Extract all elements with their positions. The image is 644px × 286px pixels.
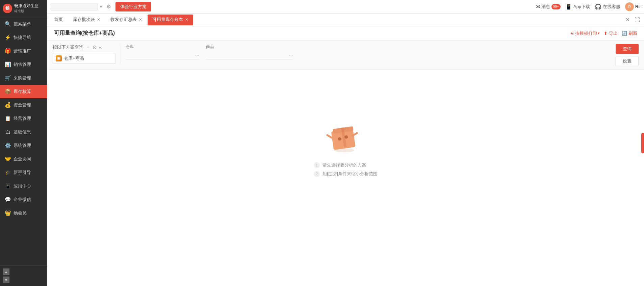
hint-num-1: 1 — [314, 162, 320, 168]
topbar-search-box[interactable] — [51, 3, 98, 10]
tabbar-close-icon[interactable]: ✕ — [623, 15, 632, 24]
sidebar-item-inventory[interactable]: 📦 库存核算 — [0, 85, 47, 98]
filter-area: 按以下方案查询 ＋ ⊙ « 仓库+商品 仓库 ··· — [47, 41, 644, 70]
refresh-label: 刷新 — [628, 30, 637, 36]
warehouse-input[interactable] — [126, 53, 193, 58]
goods-label: 商品 — [206, 44, 293, 50]
tab-batch-close[interactable]: ✕ — [97, 17, 100, 22]
sidebar-item-marketing[interactable]: 🎁 营销推广 — [0, 44, 47, 58]
gear-icon[interactable]: ⚙ — [104, 2, 113, 11]
sidebar-item-finance[interactable]: 💰 资金管理 — [0, 98, 47, 112]
enterprise-nav-icon: 🤝 — [5, 156, 11, 162]
hint-num-2: 2 — [314, 171, 320, 177]
sidebar-item-basicinfo[interactable]: 🗂 基础信息 — [0, 125, 47, 139]
sidebar-edition: 标准版 — [14, 9, 38, 14]
scheme-option-icon — [56, 55, 62, 61]
sidebar-item-operations[interactable]: 📋 经营管理 — [0, 112, 47, 125]
filter-actions: 查询 设置 — [616, 44, 639, 66]
sidebar-item-system[interactable]: ⚙️ 系统管理 — [0, 139, 47, 152]
scheme-option-warehouse-goods[interactable]: 仓库+商品 — [53, 53, 116, 64]
vip-nav-icon: 👑 — [5, 210, 11, 216]
sidebar-item-search[interactable]: 🔍 搜索菜单 — [0, 17, 47, 31]
sidebar-item-wechat[interactable]: 💬 企业微信 — [0, 193, 47, 206]
finance-nav-icon: 💰 — [5, 102, 11, 108]
search-nav-icon: 🔍 — [5, 21, 11, 27]
export-button[interactable]: ⬆ 导出 — [604, 30, 618, 36]
phone-icon: 📱 — [565, 3, 572, 10]
export-icon: ⬆ — [604, 31, 608, 36]
page-title: 可用量查询(按仓库+商品) — [54, 30, 115, 37]
sidebar-item-vip[interactable]: 👑 畅会员 — [0, 206, 47, 220]
main-area: ▾ ⚙ 体验行业方案 ✉ 消息 99+ 📱 App下载 🎧 在线客服 R Rit — [47, 0, 644, 286]
empty-illustration — [326, 115, 366, 155]
page-header-actions: 🖨 按模板打印 ▾ ⬆ 导出 🔄 刷新 — [570, 30, 637, 36]
tab-summary[interactable]: 收发存汇总表 ✕ — [106, 15, 147, 25]
sidebar-scroll-controls: ▲ ▼ — [0, 265, 47, 286]
scheme-option-label: 仓库+商品 — [64, 55, 84, 61]
online-service-button[interactable]: 🎧 在线客服 — [595, 3, 620, 10]
message-button[interactable]: ✉ 消息 99+ — [536, 3, 561, 10]
goods-more-icon[interactable]: ··· — [289, 52, 293, 58]
settings-button[interactable]: 设置 — [616, 56, 639, 66]
tab-summary-close[interactable]: ✕ — [139, 17, 142, 22]
sidebar-nav: 🔍 搜索菜单 ⚡ 快捷导航 🎁 营销推广 📊 销售管理 🛒 采购管理 📦 库存核… — [0, 17, 47, 265]
tab-batch[interactable]: 库存批次账 ✕ — [68, 15, 105, 25]
sidebar-item-appcenter[interactable]: 📱 应用中心 — [0, 179, 47, 193]
sidebar-item-label-search: 搜索菜单 — [14, 21, 31, 27]
operations-nav-icon: 📋 — [5, 115, 11, 122]
sidebar-item-enterprise[interactable]: 🤝 企业协同 — [0, 152, 47, 166]
app-download-button[interactable]: 📱 App下载 — [565, 3, 590, 10]
user-menu[interactable]: R Rit — [625, 2, 641, 11]
sidebar-title-block: 畅康通好生意 标准版 — [14, 3, 38, 14]
sidebar-item-label-enterprise: 企业协同 — [14, 156, 31, 162]
empty-hints: 1 请先选择要分析的方案 2 用[过滤]条件来缩小分析范围 — [314, 162, 378, 177]
query-button[interactable]: 查询 — [616, 44, 639, 54]
sidebar-item-label-marketing: 营销推广 — [14, 48, 31, 54]
search-dropdown-icon[interactable]: ▾ — [100, 4, 102, 9]
page-header: 可用量查询(按仓库+商品) 🖨 按模板打印 ▾ ⬆ 导出 🔄 刷新 — [47, 26, 644, 41]
industry-solution-button[interactable]: 体验行业方案 — [115, 2, 151, 11]
search-input[interactable] — [54, 4, 87, 9]
sidebar-item-purchase[interactable]: 🛒 采购管理 — [0, 71, 47, 85]
scheme-settings-icon[interactable]: ⊙ — [93, 44, 97, 50]
goods-input[interactable] — [206, 53, 287, 58]
purchase-nav-icon: 🛒 — [5, 75, 11, 81]
sidebar-title: 畅康通好生意 — [14, 3, 38, 9]
filter-scheme-label: 按以下方案查询 — [53, 44, 83, 50]
sidebar-item-label-basicinfo: 基础信息 — [14, 129, 31, 135]
topbar-actions: ✉ 消息 99+ 📱 App下载 🎧 在线客服 R Rit — [536, 2, 641, 11]
tab-available[interactable]: 可用量库存账本 ✕ — [148, 15, 193, 25]
wechat-nav-icon: 💬 — [5, 197, 11, 203]
app-download-label: App下载 — [573, 4, 590, 10]
print-button[interactable]: 🖨 按模板打印 ▾ — [570, 30, 600, 36]
tab-available-close[interactable]: ✕ — [185, 17, 188, 22]
sidebar-logo: 畅 — [3, 4, 12, 13]
warehouse-more-icon[interactable]: ··· — [195, 52, 199, 58]
empty-hint-1: 1 请先选择要分析的方案 — [314, 162, 378, 168]
print-icon: 🖨 — [570, 31, 574, 36]
page-content: 可用量查询(按仓库+商品) 🖨 按模板打印 ▾ ⬆ 导出 🔄 刷新 — [47, 26, 644, 286]
tab-home[interactable]: 首页 — [49, 15, 68, 25]
refresh-button[interactable]: 🔄 刷新 — [622, 30, 637, 36]
sidebar-item-label-newuser: 新手引导 — [14, 170, 31, 176]
inventory-nav-icon: 📦 — [5, 88, 11, 95]
sidebar-item-newuser[interactable]: 🎓 新手引导 — [0, 166, 47, 179]
sidebar-scroll-down[interactable]: ▼ — [3, 277, 9, 283]
topbar: ▾ ⚙ 体验行业方案 ✉ 消息 99+ 📱 App下载 🎧 在线客服 R Rit — [47, 0, 644, 14]
tabbar: 首页 库存批次账 ✕ 收发存汇总表 ✕ 可用量库存账本 ✕ ✕ ⛶ — [47, 14, 644, 26]
sidebar-item-label-sales: 销售管理 — [14, 61, 31, 68]
message-label: 消息 — [541, 4, 550, 10]
appcenter-nav-icon: 📱 — [5, 183, 11, 189]
shortcut-nav-icon: ⚡ — [5, 34, 11, 41]
scheme-collapse-icon[interactable]: « — [99, 44, 102, 50]
system-nav-icon: ⚙️ — [5, 142, 11, 149]
right-scroll-handle[interactable] — [641, 133, 644, 153]
add-scheme-icon[interactable]: ＋ — [85, 44, 91, 50]
sidebar-item-sales[interactable]: 📊 销售管理 — [0, 58, 47, 71]
tabbar-expand-icon[interactable]: ⛶ — [633, 16, 642, 24]
sidebar-item-shortcut[interactable]: ⚡ 快捷导航 — [0, 31, 47, 44]
sidebar-scroll-up[interactable]: ▲ — [3, 268, 9, 275]
sidebar-item-label-wechat: 企业微信 — [14, 197, 31, 203]
filter-fields: 仓库 ··· 商品 ··· 查询 设置 — [126, 44, 639, 66]
warehouse-label: 仓库 — [126, 44, 199, 50]
